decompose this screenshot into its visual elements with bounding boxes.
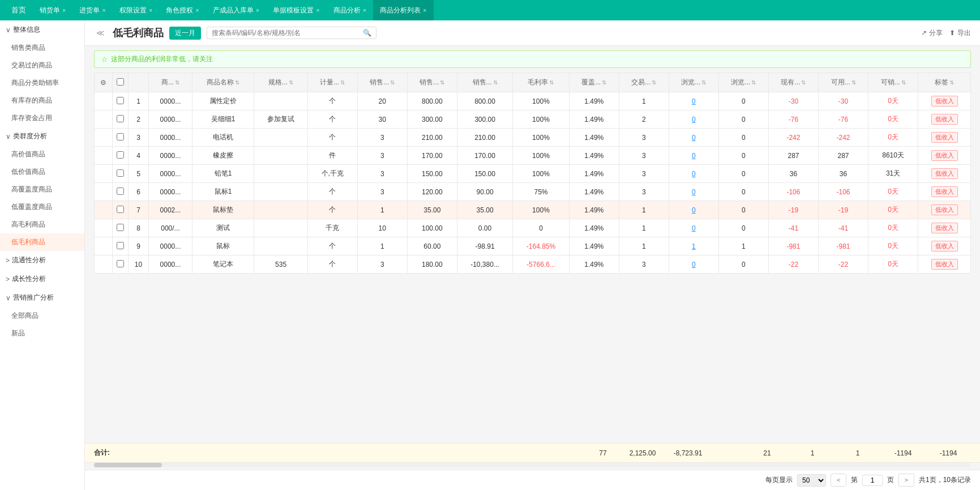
row-checkbox-cell[interactable] [113,129,129,147]
sidebar-group-flow[interactable]: > 流通性分析 [0,251,84,270]
col-spec[interactable]: 规格...⇅ [254,73,307,92]
nav-goods-list-close[interactable]: × [423,7,426,14]
col-unit[interactable]: 计量...⇅ [307,73,357,92]
sidebar-item-high-profit[interactable]: 高毛利商品 [0,216,84,233]
sidebar-item-low-profit[interactable]: 低毛利商品 [0,233,84,251]
row-browse1[interactable]: 0 [669,110,718,129]
row-checkbox-cell[interactable] [113,219,129,237]
row-num: 1 [129,92,149,110]
nav-goods-analysis[interactable]: 商品分析 × [327,0,373,20]
col-gross-rate[interactable]: 毛利率⇅ [513,73,569,92]
col-code[interactable]: 商...⇅ [149,73,192,92]
row-checkbox-cell[interactable] [113,201,129,219]
row-checkbox-cell[interactable] [113,92,129,110]
nav-purchase[interactable]: 进货单 × [72,0,112,20]
col-browse1[interactable]: 浏览...⇅ [669,73,718,92]
sidebar-group-growth[interactable]: > 成长性分析 [0,270,84,288]
col-sales-amount[interactable]: 销售...⇅ [457,73,512,92]
prev-page-btn[interactable]: ＜ [831,474,846,487]
nav-permission-close[interactable]: × [149,7,152,14]
next-page-btn[interactable]: ＞ [898,474,914,487]
row-sales-amount: 35.00 [457,201,512,219]
nav-sales-close[interactable]: × [62,7,66,14]
col-browse2[interactable]: 浏览...⇅ [718,73,768,92]
row-checkbox[interactable] [117,188,124,195]
sidebar-group-cluster[interactable]: ∨ 类群度分析 [0,127,84,146]
horizontal-scrollbar[interactable] [94,463,971,467]
nav-product-in-close[interactable]: × [256,7,259,14]
sidebar-item-stock-goods[interactable]: 有库存的商品 [0,92,84,109]
row-browse1[interactable]: 0 [669,147,718,165]
col-sales-price[interactable]: 销售...⇅ [407,73,457,92]
sidebar-item-high-value[interactable]: 高价值商品 [0,146,84,163]
sidebar-item-category-rate[interactable]: 商品分类助销率 [0,74,84,92]
sidebar-item-sales-goods[interactable]: 销售类商品 [0,39,84,57]
nav-template-close[interactable]: × [316,7,319,14]
nav-sales[interactable]: 销货单 × [33,0,72,20]
col-saleable[interactable]: 可销...⇅ [868,73,918,92]
nav-template[interactable]: 单据模板设置 × [266,0,326,20]
row-checkbox[interactable] [117,260,124,267]
nav-role-close[interactable]: × [195,7,199,14]
row-checkbox-cell[interactable] [113,147,129,165]
row-browse1[interactable]: 0 [669,255,718,274]
collapse-sidebar-btn[interactable]: ≪ [94,27,107,39]
expand-arrow-4: > [6,275,10,283]
sidebar-item-low-coverage[interactable]: 低覆盖度商品 [0,198,84,216]
col-sales-qty[interactable]: 销售...⇅ [357,73,407,92]
nav-goods-list[interactable]: 商品分析列表 × [373,0,433,20]
sidebar-group-overall[interactable]: ∨ 整体信息 [0,20,84,39]
row-trans: 1 [619,92,669,110]
time-filter-btn[interactable]: 近一月 [169,27,201,40]
select-all-checkbox[interactable] [117,78,124,86]
nav-purchase-close[interactable]: × [102,7,105,14]
sidebar-item-high-coverage[interactable]: 高覆盖度商品 [0,181,84,198]
row-checkbox[interactable] [117,169,124,177]
row-name: 笔记本 [192,255,254,274]
sidebar-item-all-goods[interactable]: 全部商品 [0,307,84,325]
col-tag[interactable]: 标签⇅ [918,73,971,92]
row-checkbox-cell[interactable] [113,255,129,274]
page-input[interactable] [862,475,883,486]
search-input[interactable] [212,29,361,37]
row-checkbox-cell[interactable] [113,183,129,201]
per-page-select[interactable]: 50 100 [797,474,826,487]
row-checkbox[interactable] [117,133,124,140]
nav-role[interactable]: 角色授权 × [159,0,206,20]
row-browse1[interactable]: 0 [669,201,718,219]
row-checkbox[interactable] [117,242,124,249]
row-checkbox[interactable] [117,115,124,122]
sidebar-group-marketing[interactable]: ∨ 营销推广分析 [0,288,84,307]
sidebar-item-traded-goods[interactable]: 交易过的商品 [0,57,84,74]
sidebar-item-new-goods[interactable]: 新品 [0,325,84,342]
row-checkbox[interactable] [117,97,124,104]
sidebar-item-stock-capital[interactable]: 库存资金占用 [0,109,84,127]
row-browse1[interactable]: 0 [669,183,718,201]
row-checkbox-cell[interactable] [113,237,129,255]
nav-goods-close[interactable]: × [363,7,366,14]
row-browse1[interactable]: 0 [669,165,718,183]
settings-icon[interactable]: ⚙ [100,79,106,87]
nav-permission[interactable]: 权限设置 × [113,0,159,20]
export-btn[interactable]: ⬆ 导出 [949,28,971,38]
row-checkbox[interactable] [117,224,124,231]
search-icon[interactable]: 🔍 [363,29,371,37]
nav-home[interactable]: 首页 [5,0,33,20]
sidebar-item-low-value[interactable]: 低价值商品 [0,163,84,181]
row-browse1[interactable]: 1 [669,237,718,255]
row-checkbox-cell[interactable] [113,110,129,129]
col-coverage[interactable]: 覆盖...⇅ [569,73,619,92]
col-trans[interactable]: 交易...⇅ [619,73,669,92]
nav-product-in[interactable]: 产成品入库单 × [206,0,266,20]
row-checkbox-cell[interactable] [113,165,129,183]
col-settings[interactable]: ⚙ [95,73,113,92]
share-btn[interactable]: ↗ 分享 [921,28,943,38]
col-name[interactable]: 商品名称⇅ [192,73,254,92]
col-current[interactable]: 现有...⇅ [768,73,818,92]
row-checkbox[interactable] [117,151,124,159]
row-browse1[interactable]: 0 [669,219,718,237]
row-browse1[interactable]: 0 [669,129,718,147]
col-available[interactable]: 可用...⇅ [819,73,868,92]
row-checkbox[interactable] [117,206,124,213]
row-browse1[interactable]: 0 [669,92,718,110]
